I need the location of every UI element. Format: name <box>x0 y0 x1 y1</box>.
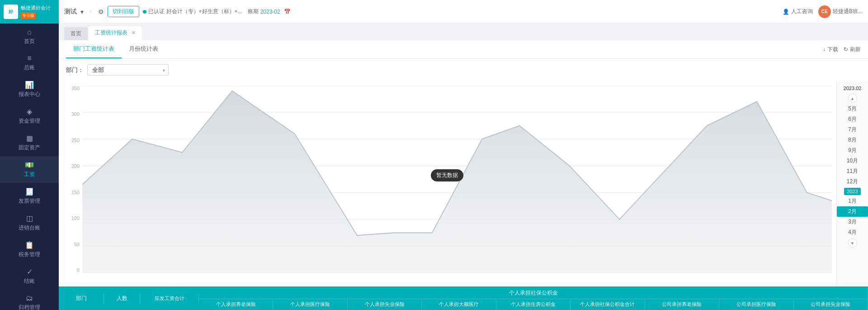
rp-month-2-active[interactable]: 2月 <box>837 206 868 217</box>
sales-icon: ◫ <box>26 214 33 223</box>
th-group-cells: 个人承担养老保险 个人承担医疗保险 个人承担失业保险 个人承担大额医疗 个人承担… <box>199 299 868 310</box>
dept-filter-label: 部门： <box>66 66 84 74</box>
assets-icon: ▦ <box>26 134 33 143</box>
content-area: 部门工资统计表 月份统计表 ↓ 下载 ↻ 刷新 部门： 全部 <box>59 40 868 310</box>
y-label-300: 300 <box>66 111 80 117</box>
y-label-0: 0 <box>66 267 80 273</box>
th-total-salary: 应发工资合计 <box>140 293 199 304</box>
dept-filter-select[interactable]: 全部 技术部 销售部 行政部 财务部 <box>87 64 169 76</box>
switch-old-btn[interactable]: 切到旧版 <box>108 6 139 17</box>
th-dept: 部门 <box>59 293 104 304</box>
y-label-100: 100 <box>66 215 80 221</box>
sidebar-item-home[interactable]: ⌂ 首页 <box>0 24 59 50</box>
download-btn[interactable]: ↓ 下载 <box>823 46 838 53</box>
main-area: 测试 ▾ + ⚙ 切到旧版 已认证 好会计（专）+好生意（标）+... 账期 2… <box>59 0 868 310</box>
y-label-250: 250 <box>66 138 80 143</box>
topbar-gear-icon[interactable]: ⚙ <box>98 8 104 15</box>
sidebar-item-label: 首页 <box>24 38 35 45</box>
rp-down-btn[interactable]: ▼ <box>848 238 857 248</box>
user-avatar: CE <box>818 5 831 18</box>
logo-name: 畅捷通好会计 <box>21 5 51 11</box>
sidebar: 好 畅捷通好会计 专业版 ⌂ 首页 ≡ 总账 📊 报表中心 ◈ 资金管理 ▦ 固… <box>0 0 59 310</box>
assistant-icon: 👤 <box>783 9 789 15</box>
th-housing-fund: 个人承担住房公积金 <box>496 299 571 310</box>
rp-month-4[interactable]: 4月 <box>837 227 868 238</box>
th-company-pension: 公司承担养老保险 <box>645 299 719 310</box>
topbar-sep1: + <box>89 8 93 15</box>
rp-date: 2023.02 <box>837 84 868 93</box>
rp-month-12[interactable]: 12月 <box>837 176 868 187</box>
sidebar-item-label: 资金管理 <box>19 117 40 125</box>
sidebar-item-label: 工资 <box>24 171 35 178</box>
th-company-medical: 公司承担医疗保险 <box>719 299 793 310</box>
tab-salary-report[interactable]: 工资统计报表 ✕ <box>89 26 142 40</box>
app-logo: 好 畅捷通好会计 专业版 <box>0 0 59 24</box>
rp-month-7[interactable]: 7月 <box>837 124 868 135</box>
th-pension: 个人承担养老保险 <box>199 299 273 310</box>
sidebar-item-reports[interactable]: 📊 报表中心 <box>0 76 59 103</box>
sidebar-item-invoice[interactable]: 🧾 发票管理 <box>0 183 59 210</box>
subtabs: 部门工资统计表 月份统计表 ↓ 下载 ↻ 刷新 <box>59 40 868 59</box>
rp-up-btn[interactable]: ▲ <box>848 94 857 103</box>
assistant-label: 人工咨询 <box>791 8 813 15</box>
table-header: 部门 人数 应发工资合计 个人承担社保公积金 个人承担养老保险 个人承担医疗保险… <box>59 286 868 310</box>
topbar-dropdown[interactable]: ▾ <box>80 8 84 15</box>
topbar: 测试 ▾ + ⚙ 切到旧版 已认证 好会计（专）+好生意（标）+... 账期 2… <box>59 0 868 24</box>
rp-month-9[interactable]: 9月 <box>837 145 868 156</box>
rp-month-6[interactable]: 6月 <box>837 114 868 124</box>
sidebar-item-ledger[interactable]: ≡ 总账 <box>0 50 59 76</box>
sidebar-item-label: 固定资产 <box>19 144 40 152</box>
tax-icon: 📋 <box>25 241 34 249</box>
th-company-unemployment: 公司承担失业保险 <box>794 299 868 310</box>
calendar-icon[interactable]: 📅 <box>284 9 291 15</box>
period-value: 2023-02 <box>260 9 280 15</box>
sidebar-item-checkout[interactable]: ✓ 结账 <box>0 263 59 290</box>
subtab-dept[interactable]: 部门工资统计表 <box>66 40 122 58</box>
sidebar-item-tax[interactable]: 📋 税务管理 <box>0 236 59 263</box>
download-icon: ↓ <box>823 46 826 52</box>
user-info[interactable]: CE 轻捷通B班... <box>818 5 863 18</box>
sidebar-item-label: 归档管理 <box>19 304 40 310</box>
invoice-icon: 🧾 <box>25 187 34 196</box>
rp-year-2023[interactable]: 2023 <box>844 188 860 195</box>
certified-dot <box>143 10 146 14</box>
sidebar-item-assets[interactable]: ▦ 固定资产 <box>0 129 59 156</box>
chart-area: 350 300 250 200 150 100 50 0 <box>59 81 868 286</box>
topbar-status: 已认证 好会计（专）+好生意（标）+... 账期 2023-02 📅 <box>143 8 291 15</box>
y-label-350: 350 <box>66 86 80 91</box>
subtab-monthly[interactable]: 月份统计表 <box>122 40 165 58</box>
rp-month-3[interactable]: 3月 <box>837 217 868 227</box>
th-medical: 个人承担医疗保险 <box>273 299 347 310</box>
ledger-icon: ≡ <box>27 54 31 62</box>
logo-text-block: 畅捷通好会计 专业版 <box>21 5 51 19</box>
sidebar-item-archive[interactable]: 🗂 归档管理 <box>0 290 59 310</box>
sidebar-item-label: 进销台账 <box>19 224 40 232</box>
refresh-btn[interactable]: ↻ 刷新 <box>844 46 861 53</box>
y-label-200: 200 <box>66 163 80 169</box>
rp-month-1[interactable]: 1月 <box>837 196 868 206</box>
home-icon: ⌂ <box>27 28 32 36</box>
rp-month-8[interactable]: 8月 <box>837 135 868 145</box>
th-large-medical: 个人承担大额医疗 <box>422 299 496 310</box>
rp-month-11[interactable]: 11月 <box>837 166 868 176</box>
tab-close-icon[interactable]: ✕ <box>132 30 136 35</box>
th-unemployment: 个人承担失业保险 <box>348 299 422 310</box>
sidebar-item-label: 结账 <box>24 277 35 285</box>
th-count: 人数 <box>104 293 140 304</box>
sidebar-item-sales[interactable]: ◫ 进销台账 <box>0 210 59 236</box>
rp-month-10[interactable]: 10月 <box>837 156 868 166</box>
assistant-btn[interactable]: 👤 人工咨询 <box>783 8 813 15</box>
th-group-label: 个人承担社保公积金 <box>199 287 868 299</box>
rp-month-5[interactable]: 5月 <box>837 104 868 114</box>
tags-label: 好会计（专）+好生意（标）+... <box>166 8 242 15</box>
y-label-150: 150 <box>66 190 80 195</box>
sidebar-item-funds[interactable]: ◈ 资金管理 <box>0 103 59 129</box>
logo-icon: 好 <box>4 5 18 19</box>
archive-icon: 🗂 <box>26 294 33 302</box>
topbar-title: 测试 <box>64 8 77 16</box>
sidebar-item-label: 总账 <box>24 64 35 72</box>
sidebar-item-salary[interactable]: 💵 工资 <box>0 156 59 183</box>
dept-filter-wrap: 全部 技术部 销售部 行政部 财务部 ▾ <box>87 64 169 76</box>
sidebar-item-label: 报表中心 <box>19 91 40 98</box>
tab-home[interactable]: 首页 <box>64 27 88 40</box>
